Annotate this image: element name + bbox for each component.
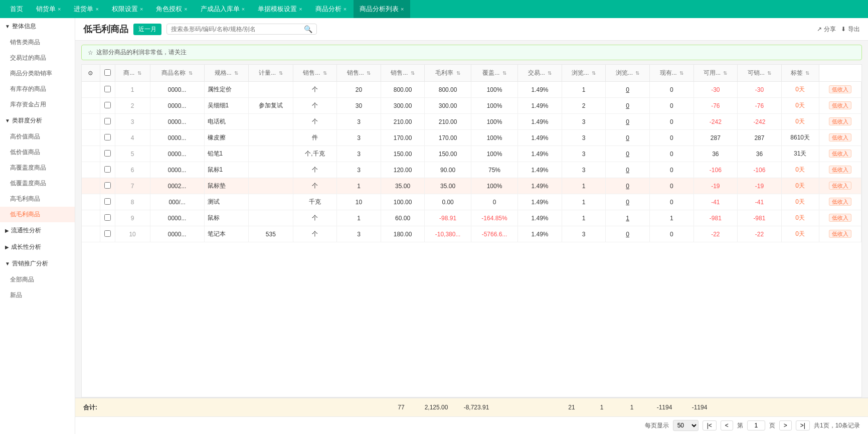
row-select-checkbox[interactable] (104, 214, 111, 221)
row-select-checkbox[interactable] (104, 118, 111, 124)
close-purchase-order-icon[interactable]: × (95, 6, 98, 12)
sidebar-item-all-products[interactable]: 全部商品 (0, 272, 75, 287)
row-view1[interactable]: 0 (606, 130, 650, 146)
col-usable-stock[interactable]: 可用... ⇅ (693, 65, 738, 82)
row-select-checkbox[interactable] (104, 102, 111, 108)
col-code[interactable]: 商... ⇅ (115, 65, 150, 82)
nav-finished-goods[interactable]: 产成品入库单 × (195, 0, 251, 18)
row-checkbox[interactable] (100, 226, 115, 242)
nav-template-settings[interactable]: 单据模板设置 × (252, 0, 308, 18)
next-page-button[interactable]: > (779, 420, 792, 430)
row-select-checkbox[interactable] (104, 166, 111, 173)
row-view1[interactable]: 1 (606, 210, 650, 226)
row-select-checkbox[interactable] (104, 86, 111, 92)
sidebar-group-cluster[interactable]: ▼ 类群度分析 (0, 112, 75, 129)
prev-page-button[interactable]: < (721, 420, 733, 430)
sidebar-group-marketing[interactable]: ▼ 营销推广分析 (0, 255, 75, 272)
col-sale-profit[interactable]: 销售... ⇅ (381, 65, 425, 82)
row-checkbox[interactable] (100, 98, 115, 114)
sidebar-item-high-margin[interactable]: 高毛利商品 (0, 191, 75, 207)
col-gross-margin[interactable]: 毛利率 ⇅ (425, 65, 471, 82)
close-permissions-icon[interactable]: × (140, 6, 143, 12)
row-checkbox[interactable] (100, 210, 115, 226)
nav-role-auth[interactable]: 角色授权 × (150, 0, 193, 18)
row-view1[interactable]: 0 (606, 178, 650, 194)
col-saleable-days[interactable]: 可销... ⇅ (738, 65, 782, 82)
first-page-button[interactable]: |< (703, 420, 717, 430)
export-button[interactable]: ⬇ 导出 (841, 25, 860, 34)
row-select-checkbox[interactable] (104, 150, 111, 157)
share-button[interactable]: ↗ 分享 (817, 25, 836, 34)
sidebar-item-stock-capital[interactable]: 库存资金占用 (0, 97, 75, 112)
row-checkbox[interactable] (100, 178, 115, 194)
close-sales-order-icon[interactable]: × (58, 6, 61, 12)
row-view1[interactable]: 0 (606, 194, 650, 210)
nav-home[interactable]: 首页 (4, 0, 29, 18)
sidebar-group-flow[interactable]: ▶ 流通性分析 (0, 222, 75, 239)
row-checkbox[interactable] (100, 82, 115, 98)
row-checkbox[interactable] (100, 162, 115, 178)
sidebar-group-overall[interactable]: ▼ 整体信息 (0, 18, 75, 35)
search-icon[interactable]: 🔍 (304, 25, 312, 33)
select-all-checkbox[interactable] (104, 69, 111, 76)
row-select-checkbox[interactable] (104, 198, 111, 205)
sidebar-item-traded-products[interactable]: 交易过的商品 (0, 50, 75, 66)
sidebar-item-category-rate[interactable]: 商品分类助销率 (0, 66, 75, 81)
nav-product-analysis-list[interactable]: 商品分析列表 × (354, 0, 410, 18)
row-checkbox[interactable] (100, 194, 115, 210)
filter-recent-month-button[interactable]: 近一月 (133, 24, 161, 35)
col-current-stock[interactable]: 现有... ⇅ (649, 65, 693, 82)
col-trade-count[interactable]: 交易... ⇅ (518, 65, 562, 82)
col-spec[interactable]: 规格... ⇅ (204, 65, 249, 82)
sidebar-group-growth[interactable]: ▶ 成长性分析 (0, 239, 75, 255)
col-view1[interactable]: 浏览... ⇅ (562, 65, 606, 82)
row-select-checkbox[interactable] (104, 134, 111, 140)
close-product-analysis-list-icon[interactable]: × (401, 6, 404, 12)
row-select-checkbox[interactable] (104, 230, 111, 237)
sidebar-item-high-coverage[interactable]: 高覆盖度商品 (0, 160, 75, 176)
close-finished-goods-icon[interactable]: × (242, 6, 245, 12)
row-checkbox[interactable] (100, 114, 115, 130)
search-input[interactable] (171, 26, 304, 33)
close-template-settings-icon[interactable]: × (299, 6, 302, 12)
sidebar-item-in-stock[interactable]: 有库存的商品 (0, 81, 75, 97)
sidebar-item-low-margin[interactable]: 低毛利商品 (0, 207, 75, 222)
row-view1[interactable]: 0 (606, 98, 650, 114)
close-product-analysis-icon[interactable]: × (343, 6, 346, 12)
page-number-input[interactable] (747, 420, 765, 430)
sidebar-item-high-value[interactable]: 高价值商品 (0, 129, 75, 144)
last-page-button[interactable]: >| (796, 420, 810, 430)
row-view1[interactable]: 0 (606, 226, 650, 242)
row-checkbox[interactable] (100, 130, 115, 146)
sidebar-item-sales-products[interactable]: 销售类商品 (0, 35, 75, 50)
nav-purchase-order[interactable]: 进货单 × (68, 0, 104, 18)
total-usable-stock: -1194 (682, 404, 717, 411)
sidebar-item-new-products[interactable]: 新品 (0, 287, 75, 303)
row-checkbox[interactable] (100, 146, 115, 162)
settings-col-header[interactable]: ⚙ (82, 65, 100, 82)
col-view2[interactable]: 浏览... ⇅ (606, 65, 650, 82)
row-view1[interactable]: 0 (606, 114, 650, 130)
nav-permissions[interactable]: 权限设置 × (106, 0, 149, 18)
close-role-auth-icon[interactable]: × (184, 6, 187, 12)
row-settings (82, 194, 100, 210)
col-unit[interactable]: 计量... ⇅ (249, 65, 293, 82)
sidebar-item-low-value[interactable]: 低价值商品 (0, 144, 75, 160)
col-name[interactable]: 商品名称 ⇅ (150, 65, 204, 82)
row-view1[interactable]: 0 (606, 146, 650, 162)
row-view1[interactable]: 0 (606, 162, 650, 178)
nav-product-analysis[interactable]: 商品分析 × (309, 0, 353, 18)
row-view2: 1 (649, 210, 693, 226)
row-view1[interactable]: 0 (606, 82, 650, 98)
sidebar-item-low-coverage[interactable]: 低覆盖度商品 (0, 176, 75, 191)
row-spec (249, 130, 293, 146)
checkbox-col-header[interactable] (100, 65, 115, 82)
per-page-select[interactable]: 50 20 100 (673, 420, 699, 431)
row-select-checkbox[interactable] (104, 182, 111, 189)
col-tag[interactable]: 标签 ⇅ (781, 65, 819, 82)
col-coverage[interactable]: 覆盖... ⇅ (471, 65, 517, 82)
nav-sales-order[interactable]: 销货单 × (30, 0, 67, 18)
col-sale-amount[interactable]: 销售... ⇅ (337, 65, 381, 82)
col-qty[interactable]: 销售... ⇅ (293, 65, 337, 82)
row-index: 5 (115, 146, 150, 162)
